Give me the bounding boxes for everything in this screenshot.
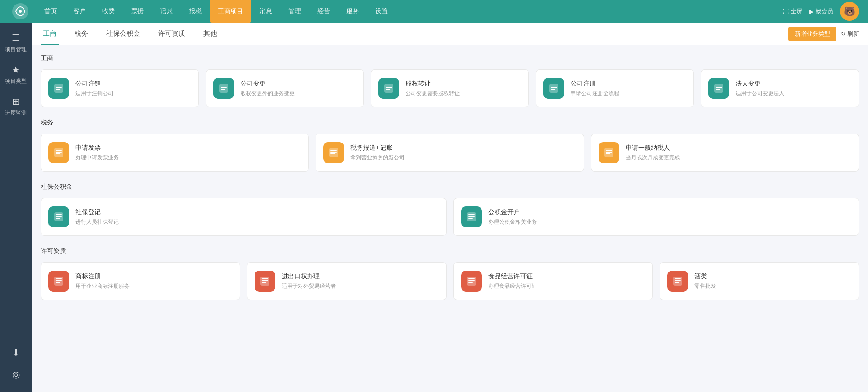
sidebar-item-项目管理[interactable]: ☰项目管理 [0, 27, 32, 59]
card-法人变更[interactable]: 法人变更适用于公司变更法人 [701, 69, 859, 107]
card-商标注册[interactable]: 商标注册用于企业商标注册服务 [41, 262, 240, 300]
svg-rect-55 [675, 280, 681, 281]
card-name-社保登记: 社保登记 [75, 208, 119, 216]
card-info-酒类: 酒类零售批发 [694, 272, 716, 290]
card-酒类[interactable]: 酒类零售批发 [660, 262, 859, 300]
tab-许可资质[interactable]: 许可资质 [156, 23, 188, 45]
nav-item-客户[interactable]: 客户 [65, 0, 94, 23]
nav-item-首页[interactable]: 首页 [36, 0, 65, 23]
svg-rect-30 [606, 150, 612, 151]
card-info-公司变更: 公司变更股权变更外的业务变更 [241, 80, 295, 97]
nav-item-经营[interactable]: 经营 [309, 0, 338, 23]
card-icon-公司注销 [48, 78, 69, 99]
card-icon-公司注册 [543, 78, 564, 99]
card-食品经营许可证[interactable]: 食品经营许可证办理食品经营许可证 [453, 262, 653, 300]
svg-rect-24 [56, 153, 60, 154]
card-icon-进出口权办理 [255, 271, 275, 292]
card-申请一般纳税人[interactable]: 申请一般纳税人当月或次月成变更完成 [591, 134, 859, 172]
vip-label: 畅会员 [816, 7, 833, 15]
nav-item-管理[interactable]: 管理 [280, 0, 309, 23]
card-desc-公司注册: 申请公司注册全流程 [571, 90, 619, 97]
card-desc-进出口权办理: 适用于对外贸易经营者 [282, 282, 336, 290]
card-icon-申请一般纳税人 [599, 142, 619, 163]
refresh-label: 刷新 [847, 30, 859, 38]
refresh-icon: ↻ [841, 30, 846, 37]
section-title-gongshang: 工商 [41, 54, 859, 62]
svg-rect-15 [551, 87, 557, 88]
tab-其他[interactable]: 其他 [201, 23, 219, 45]
svg-rect-43 [56, 280, 62, 281]
card-info-商标注册: 商标注册用于企业商标注册服务 [75, 272, 130, 290]
card-info-申请发票: 申请发票办理申请发票业务 [75, 144, 119, 162]
card-公积金开户[interactable]: 公积金开户办理公积金相关业务 [453, 198, 859, 236]
section-shuiwu: 税务申请发票办理申请发票业务税务报道+记账拿到营业执照的新公司申请一般纳税人当月… [41, 119, 859, 172]
sidebar-bottom-item-位置[interactable]: ◎ [0, 363, 32, 385]
svg-rect-38 [468, 214, 475, 215]
fullscreen-btn[interactable]: ⛶ 全屏 [783, 7, 802, 15]
card-申请发票[interactable]: 申请发票办理申请发票业务 [41, 134, 309, 172]
section-title-shebao: 社保公积金 [41, 183, 859, 191]
card-icon-酒类 [667, 271, 688, 292]
tabs: 工商税务社保公积金许可资质其他 [41, 23, 219, 45]
card-公司变更[interactable]: 公司变更股权变更外的业务变更 [206, 69, 364, 107]
nav-item-记账[interactable]: 记账 [152, 0, 181, 23]
card-name-申请一般纳税人: 申请一般纳税人 [626, 144, 680, 152]
nav-item-工商项目[interactable]: 工商项目 [210, 0, 251, 23]
sidebar-bottom-icon: ⬇ [12, 347, 20, 358]
card-icon-公司变更 [213, 78, 234, 99]
card-name-商标注册: 商标注册 [75, 272, 130, 281]
nav-item-服务[interactable]: 服务 [338, 0, 367, 23]
card-icon-公积金开户 [461, 206, 482, 227]
tab-工商[interactable]: 工商 [41, 23, 59, 45]
nav-item-消息[interactable]: 消息 [251, 0, 280, 23]
card-name-公积金开户: 公积金开户 [488, 208, 537, 216]
nav-item-收费[interactable]: 收费 [94, 0, 123, 23]
svg-rect-51 [468, 280, 475, 281]
card-desc-申请发票: 办理申请发票业务 [75, 154, 119, 162]
card-icon-食品经营许可证 [461, 271, 482, 292]
scroll-content: 工商公司注销适用于注销公司公司变更股权变更外的业务变更股权转让公司变更需要股权转… [32, 45, 868, 392]
sidebar-label: 进度监测 [5, 109, 27, 117]
svg-rect-2 [56, 86, 62, 86]
sidebar-icon: ⊞ [12, 96, 20, 107]
cards-grid-xuke: 商标注册用于企业商标注册服务进出口权办理适用于对外贸易经营者食品经营许可证办理食… [41, 262, 859, 300]
vip-btn[interactable]: ▶ 畅会员 [809, 7, 833, 15]
nav-item-设置[interactable]: 设置 [367, 0, 396, 23]
card-info-公司注销: 公司注销适用于注销公司 [75, 80, 113, 97]
sidebar-item-进度监测[interactable]: ⊞进度监测 [0, 91, 32, 122]
card-社保登记[interactable]: 社保登记进行人员社保登记 [41, 198, 447, 236]
tab-税务[interactable]: 税务 [72, 23, 90, 45]
svg-rect-18 [716, 86, 722, 86]
card-info-食品经营许可证: 食品经营许可证办理食品经营许可证 [488, 272, 537, 290]
card-icon-税务报道+记账 [323, 142, 344, 163]
card-desc-税务报道+记账: 拿到营业执照的新公司 [350, 154, 405, 162]
section-shebao: 社保公积金社保登记进行人员社保登记公积金开户办理公积金相关业务 [41, 183, 859, 236]
cards-grid-shebao: 社保登记进行人员社保登记公积金开户办理公积金相关业务 [41, 198, 859, 236]
svg-rect-46 [262, 278, 268, 279]
sidebar-item-项目类型[interactable]: ★项目类型 [0, 59, 32, 91]
svg-rect-56 [675, 282, 679, 283]
nav-item-报税[interactable]: 报税 [181, 0, 210, 23]
tab-社保公积金[interactable]: 社保公积金 [104, 23, 142, 45]
svg-rect-6 [221, 86, 227, 86]
sidebar-bottom-item-下载[interactable]: ⬇ [0, 342, 32, 363]
card-股权转让[interactable]: 股权转让公司变更需要股权转让 [371, 69, 529, 107]
card-公司注销[interactable]: 公司注销适用于注销公司 [41, 69, 199, 107]
card-公司注册[interactable]: 公司注册申请公司注册全流程 [536, 69, 694, 107]
card-name-进出口权办理: 进出口权办理 [282, 272, 336, 281]
svg-rect-8 [221, 89, 225, 90]
sidebar-label: 项目管理 [5, 46, 27, 53]
sidebar-label: 项目类型 [5, 77, 27, 85]
refresh-button[interactable]: ↻ 刷新 [841, 30, 859, 38]
svg-rect-39 [468, 216, 475, 217]
card-icon-社保登记 [48, 206, 69, 227]
card-进出口权办理[interactable]: 进出口权办理适用于对外贸易经营者 [247, 262, 446, 300]
fullscreen-label: 全屏 [791, 7, 802, 15]
svg-rect-19 [716, 87, 722, 88]
card-desc-食品经营许可证: 办理食品经营许可证 [488, 282, 537, 290]
tab-bar: 工商税务社保公积金许可资质其他 新增业务类型 ↻ 刷新 [32, 23, 868, 45]
card-税务报道+记账[interactable]: 税务报道+记账拿到营业执照的新公司 [316, 134, 584, 172]
nav-item-票据[interactable]: 票据 [123, 0, 152, 23]
add-business-type-button[interactable]: 新增业务类型 [788, 27, 836, 41]
cards-grid-shuiwu: 申请发票办理申请发票业务税务报道+记账拿到营业执照的新公司申请一般纳税人当月或次… [41, 134, 859, 172]
